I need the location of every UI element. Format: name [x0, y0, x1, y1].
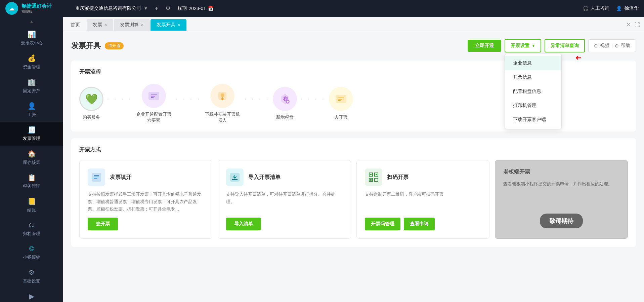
period-area: 账期 2023-01 📅 [177, 5, 214, 11]
tab-invoice-issue[interactable]: 发票开具 ✕ [151, 19, 186, 31]
sidebar-item-label: 小畅报销 [23, 254, 40, 260]
activate-button[interactable]: 立即开通 [468, 40, 501, 52]
period-label: 账期 [177, 5, 187, 11]
import-list-button[interactable]: 导入清单 [226, 218, 261, 230]
download-icon [210, 84, 234, 108]
sidebar-item-base-settings[interactable]: ⚙ 基础设置 [0, 264, 63, 288]
video-help-button[interactable]: ⊙ 视频 | ⊙ 帮助 [588, 39, 636, 52]
maximize-window-button[interactable]: ⛶ [633, 21, 641, 29]
svg-rect-27 [370, 179, 372, 181]
connector-3: · · · · [241, 94, 273, 103]
sidebar-item-archive[interactable]: 🗂 归档管理 [0, 217, 63, 241]
video-play-icon: ⊙ [594, 43, 598, 48]
expenses-icon: © [29, 245, 34, 253]
settle-icon: 📒 [28, 197, 36, 205]
scan-method-desc: 支持定制开票二维码，客户端可扫码开票 [365, 191, 481, 198]
help-question-icon: ⊙ [615, 43, 619, 48]
tab-invoice[interactable]: 发票 ✕ [87, 19, 113, 31]
tab-invoice-calc-label: 发票测算 [120, 22, 139, 28]
svg-rect-25 [370, 174, 372, 175]
company-selector[interactable]: 重庆畅捷交通信息咨询有限公司 ▼ [75, 5, 148, 11]
manual-method-title: 发票填开 [110, 174, 131, 181]
process-step-label: 新增税盘 [276, 114, 294, 120]
abnormal-button[interactable]: 异常清单查询 [545, 39, 585, 52]
sidebar-scroll-up[interactable]: ▲ [0, 17, 63, 26]
user-avatar-icon: 👤 [616, 6, 622, 11]
methods-section: 开票方式 发票填开 支持按照发票样式手工填开发票；可开具增值税电子普通发票、增值… [71, 138, 636, 247]
tab-home-label: 首页 [71, 22, 80, 28]
settings-button[interactable]: 开票设置 ▼ [505, 39, 541, 52]
connector-2: · · · · [172, 94, 204, 103]
tab-home[interactable]: 首页 [65, 19, 86, 31]
sidebar-item-inventory[interactable]: 🏠 库存核算 [0, 146, 63, 169]
archive-icon: 🗂 [28, 221, 35, 229]
support-label: 人工咨询 [591, 5, 609, 11]
sidebar-item-guide[interactable]: ▶ 新手引导 [0, 288, 63, 302]
tax-icon: 📋 [28, 174, 36, 182]
dropdown-item-company-info[interactable]: 企业信息 [505, 56, 561, 70]
sidebar-item-label: 税务管理 [23, 183, 40, 189]
dropdown-item-printer[interactable]: 打印机管理 [505, 99, 561, 113]
dropdown-item-tax-disk[interactable]: 配置税盘信息 [505, 84, 561, 99]
app-name: 畅捷通好会计 [22, 3, 52, 9]
base-settings-icon: ⚙ [29, 268, 35, 276]
invoice-icon: 🧾 [28, 126, 36, 134]
manual-method-icon [88, 168, 105, 186]
period-value: 2023-01 [189, 6, 206, 11]
connector-1: · · · · [103, 94, 135, 103]
close-window-button[interactable]: ✕ [625, 20, 632, 29]
sidebar-item-invoice[interactable]: 🧾 发票管理 [0, 122, 63, 146]
dropdown-item-label: 企业信息 [513, 60, 532, 66]
sidebar-item-expenses[interactable]: © 小畅报销 [0, 241, 63, 264]
sidebar-item-label: 资金管理 [23, 64, 40, 70]
import-method-title: 导入开票清单 [248, 174, 281, 181]
assets-icon: 🏢 [28, 78, 36, 86]
manual-go-issue-button[interactable]: 去开票 [88, 218, 118, 230]
boss-card-desc: 查看老板端小程序提交的开票申请，并作出相应的处理。 [503, 180, 619, 188]
sidebar-item-reports[interactable]: 📊 云报表中心 [0, 26, 63, 50]
tab-bar: 首页 发票 ✕ 发票测算 ✕ 发票开具 ✕ ✕ ⛶ [63, 17, 644, 31]
guide-icon: ▶ [29, 292, 34, 300]
method-card-import: 导入开票清单 支持导入待开票清单，可对待开票清单进行拆分、合并处理。 导入清单 [218, 160, 351, 239]
sidebar-item-tax[interactable]: 📋 税务管理 [0, 169, 63, 193]
view-application-button[interactable]: 查看申请 [404, 218, 435, 230]
tab-close-icon[interactable]: ✕ [141, 23, 144, 27]
process-step-config: 企业开通配置开票六要素 [135, 84, 172, 123]
process-step-add-disk: 税 新增税盘 [273, 87, 297, 120]
coming-soon-badge: 敬请期待 [540, 214, 583, 228]
tab-invoice-label: 发票 [93, 22, 102, 28]
sidebar-item-payroll[interactable]: 👤 工资 [0, 98, 63, 122]
sidebar-item-settle[interactable]: 📒 结账 [0, 193, 63, 217]
process-step-label: 去开票 [334, 114, 347, 120]
sidebar-item-funds[interactable]: 💰 资金管理 [0, 50, 63, 74]
sidebar-item-label: 发票管理 [23, 136, 40, 142]
dropdown-item-download[interactable]: 下载开票客户端 [505, 113, 561, 127]
tab-close-icon[interactable]: ✕ [177, 23, 180, 27]
global-settings-icon[interactable]: ⚙ [165, 5, 171, 12]
tab-close-icon[interactable]: ✕ [104, 23, 107, 27]
headset-icon: 🎧 [583, 6, 589, 11]
page-header: 发票开具 待开通 立即开通 开票设置 ▼ [71, 39, 636, 52]
content-area: 首页 发票 ✕ 发票测算 ✕ 发票开具 ✕ ✕ ⛶ [63, 17, 644, 302]
method-card-manual: 发票填开 支持按照发票样式手工填开发票；可开具增值税电子普通发票、增值税普通发票… [79, 160, 212, 239]
process-step-label: 企业开通配置开票六要素 [135, 111, 172, 123]
method-card-boss: 老板端开票 查看老板端小程序提交的开票申请，并作出相应的处理。 敬请期待 [495, 160, 628, 239]
support-button[interactable]: 🎧 人工咨询 [583, 5, 609, 11]
help-label: 帮助 [621, 43, 630, 49]
sidebar-item-assets[interactable]: 🏢 固定资产 [0, 74, 63, 98]
qr-manage-button[interactable]: 开票码管理 [365, 218, 400, 230]
connector-4: · · · · [297, 94, 329, 103]
method-card-scan: 扫码开票 支持定制开票二维码，客户端可扫码开票 开票码管理 查看申请 [356, 160, 489, 239]
import-method-icon [226, 168, 244, 186]
tab-invoice-calc[interactable]: 发票测算 ✕ [114, 19, 150, 31]
config-icon [142, 84, 166, 108]
page-title: 发票开具 [71, 41, 101, 51]
scan-method-icon [365, 168, 382, 186]
chevron-down-icon: ▼ [144, 6, 148, 11]
add-company-button[interactable]: + [155, 5, 159, 12]
dropdown-item-invoice-info[interactable]: 开票信息 [505, 70, 561, 84]
calendar-icon[interactable]: 📅 [208, 6, 214, 11]
status-badge: 待开通 [105, 42, 124, 49]
user-area[interactable]: 👤 徐泽华 [616, 5, 639, 11]
dropdown-item-label: 下载开票客户端 [513, 117, 546, 122]
